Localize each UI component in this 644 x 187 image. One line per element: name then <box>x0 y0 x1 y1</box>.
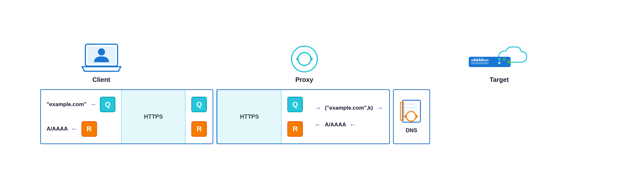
target-response-text: A/AAAA <box>325 122 346 128</box>
target-server-icon: 1.1.1.1 <box>467 44 532 74</box>
https-tunnel-1: HTTPS <box>121 90 186 143</box>
target-query-row: → ("example.com",k) → <box>314 104 383 112</box>
proxy-q-box: Q <box>191 97 207 112</box>
svg-point-13 <box>498 62 501 64</box>
target-query-text: ("example.com",k) <box>325 105 373 111</box>
client-query-text: "example.com" <box>47 101 87 108</box>
target-qr-section: Q R <box>282 90 309 143</box>
client-r-box: R <box>82 121 97 137</box>
svg-text:1.1.1.1: 1.1.1.1 <box>473 58 483 61</box>
client-icon-block: Client <box>81 43 122 84</box>
proxy-refresh-icon <box>290 44 319 74</box>
diagram-container: Client Proxy <box>16 43 628 144</box>
svg-rect-19 <box>405 107 417 108</box>
response-arrow-left-2: ← <box>314 121 322 129</box>
svg-point-12 <box>503 58 505 61</box>
client-section: "example.com" → Q A/AAAA ← R <box>41 90 121 143</box>
proxy-label: Proxy <box>295 76 313 84</box>
client-response-row: A/AAAA ← R <box>47 121 116 137</box>
https-label-1: HTTPS <box>144 113 163 120</box>
svg-rect-18 <box>405 103 417 105</box>
proxy-r-box: R <box>191 121 207 137</box>
target-response-row: ← A/AAAA ← <box>314 121 383 129</box>
proxy-icon-block: Proxy <box>290 44 319 84</box>
query-arrow-right-3: → <box>376 104 383 112</box>
query-arrow-right-1: → <box>90 101 97 108</box>
dns-label: DNS <box>406 127 417 134</box>
svg-point-15 <box>507 60 511 64</box>
main-flow: "example.com" → Q A/AAAA ← R HTTPS <box>40 89 604 144</box>
svg-point-2 <box>98 48 105 55</box>
target-r-box: R <box>287 121 303 137</box>
svg-marker-22 <box>404 114 406 119</box>
response-arrow-left-1: ← <box>71 125 78 133</box>
client-q-box: Q <box>100 97 115 112</box>
big-right-box: HTTPS Q R → ("example.com",k) → <box>216 89 389 144</box>
target-text-section: → ("example.com",k) → ← A/AAAA ← <box>309 98 389 135</box>
client-label: Client <box>92 76 111 84</box>
query-arrow-right-2: → <box>314 104 322 112</box>
proxy-qr-section: Q R <box>186 90 213 143</box>
svg-marker-7 <box>296 57 298 61</box>
client-response-text: A/AAAA <box>47 126 68 132</box>
client-laptop-icon <box>81 43 122 74</box>
svg-point-5 <box>292 46 317 72</box>
client-query-row: "example.com" → Q <box>47 97 116 112</box>
response-arrow-left-3: ← <box>349 121 356 129</box>
https-tunnel-2: HTTPS <box>217 90 282 143</box>
dns-notebook-icon <box>400 100 423 125</box>
svg-point-11 <box>498 58 501 61</box>
target-label: Target <box>490 76 509 84</box>
svg-rect-10 <box>471 62 489 64</box>
big-left-box: "example.com" → Q A/AAAA ← R HTTPS <box>40 89 214 144</box>
https-label-2: HTTPS <box>240 113 259 120</box>
target-q-box: Q <box>287 97 303 112</box>
target-icon-block: 1.1.1.1 Target <box>467 44 532 84</box>
dns-box: DNS <box>393 89 430 144</box>
icons-row: Client Proxy <box>48 43 596 84</box>
